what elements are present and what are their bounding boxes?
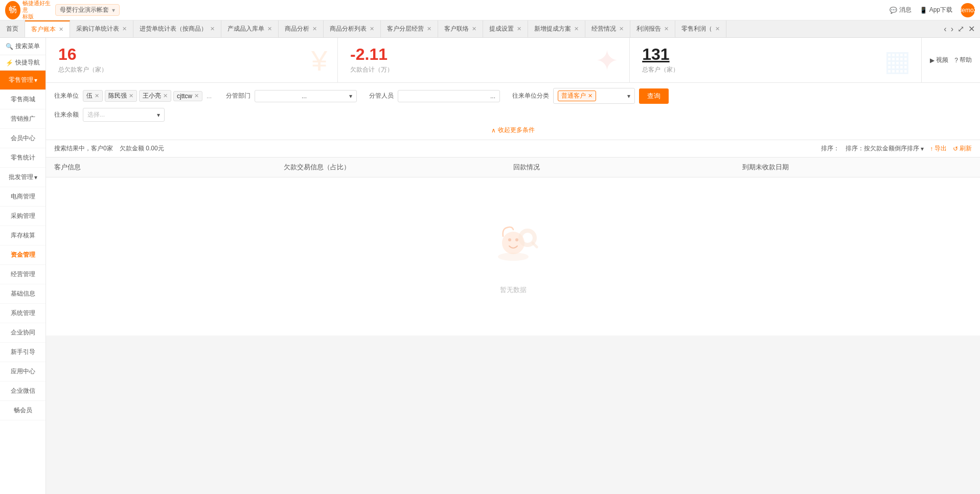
unit-tag-cjttcw-remove[interactable]: ✕ <box>194 93 199 99</box>
unit-tag-more[interactable]: ... <box>204 92 214 101</box>
close-purchase-icon[interactable]: ✕ <box>122 26 127 32</box>
sidebar-item-inventory[interactable]: 库存核算 <box>0 226 45 245</box>
sidebar-retail-mall-label: 零售商城 <box>11 96 35 103</box>
sidebar-item-finance[interactable]: 资金管理 <box>0 245 45 265</box>
person-select[interactable]: ... <box>398 90 500 102</box>
col-debt-info: 欠款交易信息（占比） <box>284 163 513 172</box>
close-customer-ledger-icon[interactable]: ✕ <box>59 26 63 33</box>
sidebar-search-button[interactable]: 🔍 搜索菜单 <box>0 38 45 55</box>
tab-new-promotion[interactable]: 新增提成方案 ✕ <box>528 20 585 38</box>
sidebar-quick-nav[interactable]: ⚡ 快捷导航 <box>0 55 45 71</box>
sidebar-item-wholesale[interactable]: 批发管理 ▾ <box>0 168 45 187</box>
unit-tag-wang-remove[interactable]: ✕ <box>163 93 168 99</box>
sidebar-item-ecommerce[interactable]: 电商管理 <box>0 187 45 207</box>
query-button[interactable]: 查询 <box>639 88 669 104</box>
unit-tag-cjttcw-label: cjttcw <box>177 93 192 100</box>
sidebar-item-marketing[interactable]: 营销推广 <box>0 109 45 129</box>
tab-product-analysis[interactable]: 商品分析 ✕ <box>279 20 324 38</box>
tab-operations-label: 经营情况 <box>591 25 616 33</box>
tab-operations[interactable]: 经营情况 ✕ <box>585 20 630 38</box>
tab-profit-report[interactable]: 利润报告 ✕ <box>630 20 675 38</box>
sidebar-item-retail[interactable]: 零售管理 ▾ <box>0 71 45 90</box>
dept-select-more-icon: ... <box>302 93 307 100</box>
close-operations-icon[interactable]: ✕ <box>619 26 624 32</box>
close-profit-icon[interactable]: ✕ <box>664 26 669 32</box>
filter-row-2: 往来余额 选择... ▾ <box>54 108 972 122</box>
tab-maximize-icon[interactable]: ⤢ <box>956 23 965 35</box>
close-import-icon[interactable]: ✕ <box>210 26 215 32</box>
sidebar-inventory-label: 库存核算 <box>11 232 35 239</box>
tab-home[interactable]: 首页 <box>0 20 25 38</box>
tab-close-all-icon[interactable]: ✕ <box>967 23 976 35</box>
download-icon: 📱 <box>920 7 927 14</box>
sidebar-item-basic-info[interactable]: 基础信息 <box>0 284 45 304</box>
sort-text: 排序：按欠款金额倒序排序 <box>846 144 919 153</box>
dept-select[interactable]: ... ▾ <box>255 90 357 102</box>
person-filter-label: 分管人员 <box>369 92 394 100</box>
sort-label: 排序： <box>821 144 839 153</box>
category-select[interactable]: 普通客户 ✕ ▾ <box>553 88 635 104</box>
stat-debt-number: -2.11 <box>350 46 388 62</box>
tab-produce-label: 产成品入库单 <box>227 25 264 33</box>
tab-produce-inbound[interactable]: 产成品入库单 ✕ <box>221 20 279 38</box>
close-retail-profit-icon[interactable]: ✕ <box>715 26 720 32</box>
help-area: ▶ 视频 ? 帮助 <box>922 38 980 82</box>
sidebar-retail-stats-label: 零售统计 <box>11 154 35 161</box>
tab-new-promo-label: 新增提成方案 <box>534 25 571 33</box>
stat-bg-customers-icon: ¥ <box>311 43 327 77</box>
sidebar-item-system[interactable]: 系统管理 <box>0 304 45 323</box>
close-product-list-icon[interactable]: ✕ <box>370 26 374 32</box>
sort-button[interactable]: 排序：按欠款金额倒序排序 ▾ <box>846 144 924 153</box>
export-button[interactable]: ↑ 导出 <box>930 144 947 153</box>
close-promotion-icon[interactable]: ✕ <box>517 26 521 32</box>
sidebar-item-member[interactable]: 会员中心 <box>0 129 45 148</box>
help-button[interactable]: ? 帮助 <box>954 56 972 64</box>
refresh-button[interactable]: ↺ 刷新 <box>953 144 972 153</box>
balance-input[interactable]: 选择... ▾ <box>83 108 165 122</box>
workspace-arrow-icon: ▾ <box>112 7 115 14</box>
tab-home-label: 首页 <box>6 25 18 33</box>
sidebar-item-vip[interactable]: 畅会员 <box>0 401 45 420</box>
video-help-button[interactable]: ▶ 视频 <box>930 56 948 64</box>
filter-area: 往来单位 伍 ✕ 陈民强 ✕ 王小亮 ✕ cjttcw <box>46 83 980 140</box>
avatar[interactable]: demo2 <box>961 3 975 17</box>
workspace-selector[interactable]: 母婴行业演示帐套 ▾ <box>55 4 120 16</box>
sidebar-enterprise-wechat-label: 企业微信 <box>11 387 35 394</box>
tab-product-analysis-list[interactable]: 商品分析列表 ✕ <box>324 20 381 38</box>
sidebar-item-new-user[interactable]: 新手引导 <box>0 343 45 362</box>
unit-tag-chen-remove[interactable]: ✕ <box>129 93 133 99</box>
app-download-button[interactable]: 📱 App下载 <box>920 6 952 14</box>
sidebar-item-operations[interactable]: 经营管理 <box>0 265 45 284</box>
tab-import-stats[interactable]: 进货单统计表（按商品） ✕ <box>133 20 221 38</box>
tab-scroll-right-icon[interactable]: › <box>950 24 954 35</box>
tab-promotion-settings[interactable]: 提成设置 ✕ <box>483 20 528 38</box>
sidebar-item-app-center[interactable]: 应用中心 <box>0 362 45 381</box>
stat-clients-label: 总客户（家） <box>642 65 679 74</box>
messages-button[interactable]: 💬 消息 <box>890 6 911 14</box>
sidebar-item-retail-stats[interactable]: 零售统计 <box>0 148 45 168</box>
sidebar-item-purchase[interactable]: 采购管理 <box>0 207 45 226</box>
tab-purchase-order-stats[interactable]: 采购订单统计表 ✕ <box>70 20 133 38</box>
close-contact-icon[interactable]: ✕ <box>472 26 476 32</box>
result-bar: 搜索结果中，客户0家 欠款金额 0.00元 排序： 排序：按欠款金额倒序排序 ▾… <box>46 140 980 158</box>
tab-customer-contact[interactable]: 客户联络 ✕ <box>438 20 483 38</box>
sidebar-item-retail-mall[interactable]: 零售商城 <box>0 90 45 109</box>
close-segment-icon[interactable]: ✕ <box>427 26 431 32</box>
stat-debt-label: 欠款合计（万） <box>350 65 393 74</box>
close-produce-icon[interactable]: ✕ <box>267 26 272 32</box>
close-product-analysis-icon[interactable]: ✕ <box>312 26 317 32</box>
sidebar-item-enterprise-wechat[interactable]: 企业微信 <box>0 381 45 401</box>
tab-retail-profit[interactable]: 零售利润（ ✕ <box>675 20 726 38</box>
collapse-button[interactable]: ∧ 收起更多条件 <box>54 126 972 134</box>
tab-scroll-left-icon[interactable]: ‹ <box>943 24 947 35</box>
sidebar-member-label: 会员中心 <box>11 134 35 142</box>
sidebar-item-enterprise-coop[interactable]: 企业协同 <box>0 323 45 343</box>
unit-tag-wang: 王小亮 ✕ <box>139 90 171 102</box>
unit-tag-wu-remove[interactable]: ✕ <box>95 93 99 99</box>
export-label: 导出 <box>935 144 947 153</box>
category-remove[interactable]: ✕ <box>588 93 592 99</box>
close-new-promo-icon[interactable]: ✕ <box>574 26 579 32</box>
result-actions: 排序： 排序：按欠款金额倒序排序 ▾ ↑ 导出 ↺ 刷新 <box>821 144 972 153</box>
tab-customer-segment[interactable]: 客户分层经营 ✕ <box>381 20 438 38</box>
tab-customer-ledger[interactable]: 客户账本 ✕ <box>25 20 70 38</box>
